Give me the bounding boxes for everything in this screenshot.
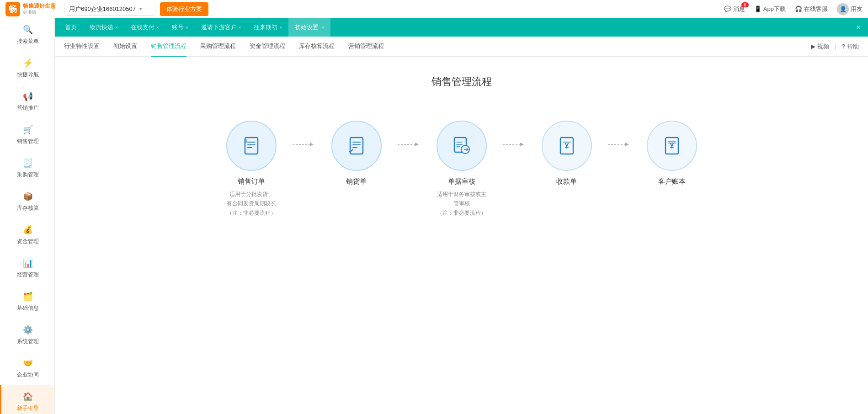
online-service-button[interactable]: 🎧 在线客服 (795, 5, 828, 13)
sidebar-item-quicknav[interactable]: ⚡ 快捷导航 (0, 52, 54, 85)
tab-logistics-arrow: × (115, 25, 118, 30)
svg-rect-4 (245, 139, 247, 143)
tab-invite-arrow: × (239, 25, 241, 30)
tab-init-settings-label: 初始设置 (295, 23, 319, 32)
flash-icon: ⚡ (23, 58, 33, 68)
sub-tab-right-actions: ▶ 视频 | ? 帮助 (811, 42, 859, 51)
flow-circle-account: ¥ (647, 121, 697, 171)
video-icon: ▶ (811, 43, 815, 50)
logo-icon: 畅 (5, 2, 20, 16)
video-help-button[interactable]: ▶ 视频 (811, 42, 829, 51)
sidebar-item-finance[interactable]: 💰 资金管理 (0, 218, 54, 252)
sub-tab-purchase-flow[interactable]: 采购管理流程 (200, 37, 236, 57)
gear-icon: ⚙️ (23, 325, 33, 335)
sidebar-item-purchase[interactable]: 🧾 采购管理 (0, 152, 54, 185)
sidebar-item-guide[interactable]: 🏠 新手引导 (0, 385, 54, 414)
logo-sub: 标准版 (23, 10, 56, 15)
tab-period-label: 往来期初 (254, 23, 277, 32)
flow-item-sales-order[interactable]: 销售订单 适用于分批发货、有合同发货周期较长（注：非必要流程） (210, 121, 293, 218)
svg-rect-7 (350, 138, 363, 154)
download-icon: 📱 (754, 5, 761, 12)
svg-marker-12 (415, 143, 419, 146)
sidebar-label-basics: 基础信息 (17, 304, 39, 312)
message-badge: 6 (741, 2, 749, 7)
video-label: 视频 (817, 42, 829, 51)
headset-icon: 🎧 (795, 5, 802, 12)
experience-button[interactable]: 体验行业方案 (160, 2, 208, 16)
handshake-icon: 🤝 (23, 358, 33, 368)
content-area: 首页 物流快递 × 在线支付 × 账号 × 邀请下游客户 × (55, 18, 868, 414)
flow-desc-sales-order: 适用于分批发货、有合同发货周期较长（注：非必要流程） (227, 190, 276, 218)
flow-item-account[interactable]: ¥ 客户账本 (631, 121, 713, 190)
sidebar: 🔍 搜索菜单 ⚡ 快捷导航 📢 营销推广 🛒 销售管理 🧾 采购管理 📦 (0, 18, 55, 414)
close-all-tabs[interactable]: ✕ (852, 22, 864, 32)
sidebar-label-purchase: 采购管理 (17, 171, 39, 179)
sidebar-item-operations[interactable]: 📊 经营管理 (0, 252, 54, 285)
sub-tab-finance-flow[interactable]: 资金管理流程 (250, 37, 285, 57)
sidebar-item-system[interactable]: ⚙️ 系统管理 (0, 318, 54, 352)
chart-icon: 📊 (23, 258, 33, 268)
tab-home[interactable]: 首页 (59, 18, 83, 37)
flow-arrow-4 (608, 121, 631, 149)
sub-tab-sales-flow[interactable]: 销售管理流程 (151, 37, 186, 57)
message-button[interactable]: 💬 消息 6 (724, 5, 745, 13)
tab-invite[interactable]: 邀请下游客户 × (195, 18, 248, 37)
logo-main: 畅康通好生意 (23, 3, 56, 9)
folder-icon: 🗂️ (23, 292, 33, 302)
sidebar-label-operations: 经营管理 (17, 271, 39, 279)
tab-account-arrow: × (186, 25, 188, 30)
help-label: 帮助 (847, 42, 859, 51)
tab-home-label: 首页 (65, 23, 77, 32)
flow-item-receipt[interactable]: ¥ 收款单 (526, 121, 608, 190)
sidebar-item-basics[interactable]: 🗂️ 基础信息 (0, 285, 54, 318)
user-selector[interactable]: 用户690企业1660120507 ▼ (64, 3, 155, 16)
flow-item-audit[interactable]: 单据审核 适用于财务审核或主管审核（注：非必要流程） (421, 121, 503, 218)
flow-label-account: 客户账本 (658, 177, 686, 186)
top-bar-right: 💬 消息 6 📱 App下载 🎧 在线客服 👤 用友 (724, 3, 863, 15)
sub-tabs: 行业特性设置 初始设置 销售管理流程 采购管理流程 资金管理流程 库存核算流程 (55, 37, 868, 57)
tab-payment[interactable]: 在线支付 × (124, 18, 165, 37)
tab-logistics[interactable]: 物流快递 × (83, 18, 124, 37)
sidebar-item-sales[interactable]: 🛒 销售管理 (0, 118, 54, 152)
online-service-label: 在线客服 (804, 5, 828, 13)
sidebar-label-collab: 企业协同 (17, 371, 39, 379)
flow-circle-audit (437, 121, 487, 171)
tab-init-close-icon[interactable]: × (321, 25, 324, 30)
sub-tab-inventory-flow[interactable]: 库存核算流程 (299, 37, 335, 57)
sub-tab-industry[interactable]: 行业特性设置 (64, 37, 100, 57)
sidebar-label-guide: 新手引导 (17, 404, 39, 412)
svg-text:¥: ¥ (564, 142, 569, 150)
sub-tab-marketing-flow[interactable]: 营销管理流程 (348, 37, 384, 57)
sub-tab-initial[interactable]: 初始设置 (113, 37, 137, 57)
flow-circle-sales-order (226, 121, 277, 171)
svg-marker-22 (520, 143, 524, 146)
user-label: 用户690企业1660120507 (69, 5, 136, 13)
svg-marker-27 (625, 143, 629, 146)
tab-payment-label: 在线支付 (131, 23, 154, 32)
tab-period-arrow: × (279, 25, 282, 30)
sidebar-label-inventory: 库存核算 (17, 204, 39, 212)
avatar: 👤 (837, 3, 849, 15)
help-button[interactable]: ? 帮助 (842, 42, 859, 51)
question-icon: ? (842, 43, 845, 50)
user-menu[interactable]: 👤 用友 (837, 3, 863, 15)
flow-circle-receipt: ¥ (542, 121, 592, 171)
sidebar-label-finance: 资金管理 (17, 238, 39, 245)
flow-circle-sales-invoice (331, 121, 382, 171)
sidebar-item-inventory[interactable]: 📦 库存核算 (0, 185, 54, 218)
tab-payment-arrow: × (156, 25, 159, 30)
page-content: 销售管理流程 (55, 57, 868, 414)
flow-label-audit: 单据审核 (448, 177, 475, 186)
sidebar-item-marketing[interactable]: 📢 营销推广 (0, 85, 54, 118)
tab-account[interactable]: 账号 × (165, 18, 195, 37)
app-download-button[interactable]: 📱 App下载 (754, 5, 786, 13)
flow-label-sales-order: 销售订单 (238, 177, 265, 186)
sidebar-item-search[interactable]: 🔍 搜索菜单 (0, 18, 54, 52)
flow-item-sales-invoice[interactable]: 销货单 (315, 121, 398, 190)
sidebar-label-quicknav: 快捷导航 (17, 71, 39, 79)
sidebar-item-collab[interactable]: 🤝 企业协同 (0, 352, 54, 385)
tab-init-settings[interactable]: 初始设置 × (288, 18, 330, 37)
sidebar-label-sales: 销售管理 (17, 138, 39, 145)
app-download-label: App下载 (763, 5, 786, 13)
tab-period[interactable]: 往来期初 × (247, 18, 288, 37)
